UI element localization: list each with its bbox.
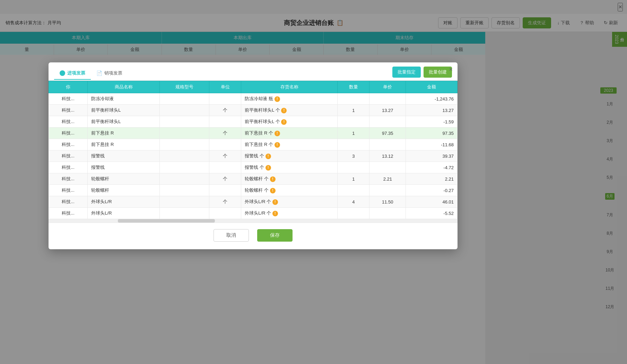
- cell-product-name: 外球头L/R: [88, 196, 160, 208]
- cell-price: 97.35: [369, 128, 406, 139]
- cell-qty: 4: [338, 196, 369, 208]
- cell-qty: [338, 185, 369, 196]
- cell-amount: 46.01: [406, 196, 458, 208]
- warning-icon: !: [270, 176, 276, 182]
- purchase-tab-icon: [60, 70, 65, 76]
- cell-product-name: 前下悬挂 R: [88, 139, 160, 150]
- cell-spec: [160, 150, 209, 162]
- cell-product-name: 报警线: [88, 162, 160, 173]
- cell-price: 13.27: [369, 105, 406, 116]
- horizontal-scrollbar[interactable]: [49, 219, 458, 223]
- table-row: 科技... 报警线 个 报警线 个 ! 3 13.12 39.37: [49, 150, 458, 162]
- cell-unit: [209, 185, 241, 196]
- cell-amount: 13.27: [406, 105, 458, 116]
- col-header-inventory-name: 存货名称: [241, 81, 338, 93]
- cell-product-name: 轮毂螺杆: [88, 173, 160, 185]
- cell-unit: 个: [209, 173, 241, 185]
- cell-inventory-name: 报警线 个 !: [241, 150, 338, 162]
- cell-unit: [209, 162, 241, 173]
- cell-qty: [338, 93, 369, 105]
- cell-unit: 个: [209, 150, 241, 162]
- cell-company: 科技...: [49, 173, 88, 185]
- cell-inventory-name: 报警线 个 !: [241, 162, 338, 173]
- cell-amount: -11.68: [406, 139, 458, 150]
- cell-amount: -1.59: [406, 116, 458, 128]
- tab-purchase-invoice[interactable]: 进项发票: [54, 67, 91, 80]
- table-row: 科技... 轮毂螺杆 轮毂螺杆 个 ! -0.27: [49, 185, 458, 196]
- warning-icon: !: [275, 96, 280, 102]
- cell-inventory-name: 外球头L/R 个 !: [241, 208, 338, 219]
- cell-amount: 2.21: [406, 173, 458, 185]
- cell-amount: 39.37: [406, 150, 458, 162]
- table-row: 科技... 外球头L/R 外球头L/R 个 ! -5.52: [49, 208, 458, 219]
- warning-icon: !: [281, 108, 287, 113]
- cell-unit: [209, 116, 241, 128]
- tab-sales-invoice[interactable]: 📄 销项发票: [91, 67, 128, 80]
- cell-price: [369, 139, 406, 150]
- modal-table-scroll[interactable]: 你 商品名称 规格型号 单位 存货名称 数量 单价 金额 科技... 防冻冷却液…: [49, 81, 458, 219]
- cell-company: 科技...: [49, 93, 88, 105]
- cell-price: 13.12: [369, 150, 406, 162]
- warning-icon: !: [272, 211, 278, 216]
- sales-tab-icon: 📄: [96, 70, 102, 76]
- cell-qty: [338, 139, 369, 150]
- cell-inventory-name: 前下悬挂 R 个 !: [241, 128, 338, 139]
- cell-product-name: 报警线: [88, 150, 160, 162]
- cell-amount: 97.35: [406, 128, 458, 139]
- cell-price: [369, 208, 406, 219]
- cell-product-name: 前平衡杆球头L: [88, 116, 160, 128]
- table-row: 科技... 外球头L/R 个 外球头L/R 个 ! 4 11.50 46.01: [49, 196, 458, 208]
- cell-spec: [160, 139, 209, 150]
- cell-qty: [338, 162, 369, 173]
- cell-inventory-name: 轮毂螺杆 个 !: [241, 173, 338, 185]
- cell-amount: -5.52: [406, 208, 458, 219]
- cell-spec: [160, 128, 209, 139]
- col-header-unit: 单位: [209, 81, 241, 93]
- warning-icon: !: [270, 188, 276, 193]
- cell-company: 科技...: [49, 116, 88, 128]
- cell-qty: 1: [338, 173, 369, 185]
- warning-icon: !: [275, 142, 280, 148]
- cell-amount: -1,243.76: [406, 93, 458, 105]
- cell-spec: [160, 162, 209, 173]
- table-row: 科技... 前下悬挂 R 前下悬挂 R 个 ! -11.68: [49, 139, 458, 150]
- warning-icon: !: [275, 131, 280, 136]
- scrollbar-thumb[interactable]: [118, 219, 215, 223]
- cell-company: 科技...: [49, 150, 88, 162]
- cell-spec: [160, 196, 209, 208]
- cell-qty: [338, 208, 369, 219]
- cell-spec: [160, 105, 209, 116]
- modal-footer: 取消 保存: [49, 223, 458, 249]
- cell-price: [369, 93, 406, 105]
- cell-qty: 1: [338, 128, 369, 139]
- cell-spec: [160, 173, 209, 185]
- save-button[interactable]: 保存: [257, 229, 293, 242]
- col-header-company: 你: [49, 81, 88, 93]
- batch-create-button[interactable]: 批量创建: [424, 67, 452, 78]
- modal-header: 进项发票 📄 销项发票 批量指定 批量创建 ×: [49, 62, 458, 81]
- cell-qty: 1: [338, 105, 369, 116]
- cancel-button[interactable]: 取消: [214, 229, 249, 242]
- modal-table: 你 商品名称 规格型号 单位 存货名称 数量 单价 金额 科技... 防冻冷却液…: [49, 81, 458, 219]
- col-header-spec: 规格型号: [160, 81, 209, 93]
- table-row: 科技... 报警线 报警线 个 ! -4.72: [49, 162, 458, 173]
- batch-assign-button[interactable]: 批量指定: [392, 67, 421, 78]
- cell-product-name: 轮毂螺杆: [88, 185, 160, 196]
- warning-icon: !: [281, 119, 287, 125]
- warning-icon: !: [265, 154, 271, 159]
- cell-product-name: 防冻冷却液: [88, 93, 160, 105]
- modal-close-button[interactable]: ×: [449, 66, 453, 73]
- cell-price: [369, 185, 406, 196]
- modal-header-buttons: 批量指定 批量创建: [392, 67, 452, 80]
- table-row: 科技... 轮毂螺杆 个 轮毂螺杆 个 ! 1 2.21 2.21: [49, 173, 458, 185]
- cell-unit: 个: [209, 196, 241, 208]
- warning-icon: !: [272, 199, 278, 205]
- cell-spec: [160, 208, 209, 219]
- cell-inventory-name: 防冻冷却液 瓶 !: [241, 93, 338, 105]
- cell-inventory-name: 前平衡杆球头L 个 !: [241, 105, 338, 116]
- cell-qty: [338, 116, 369, 128]
- cell-product-name: 前平衡杆球头L: [88, 105, 160, 116]
- cell-inventory-name: 前平衡杆球头L 个 !: [241, 116, 338, 128]
- cell-product-name: 外球头L/R: [88, 208, 160, 219]
- cell-unit: [209, 93, 241, 105]
